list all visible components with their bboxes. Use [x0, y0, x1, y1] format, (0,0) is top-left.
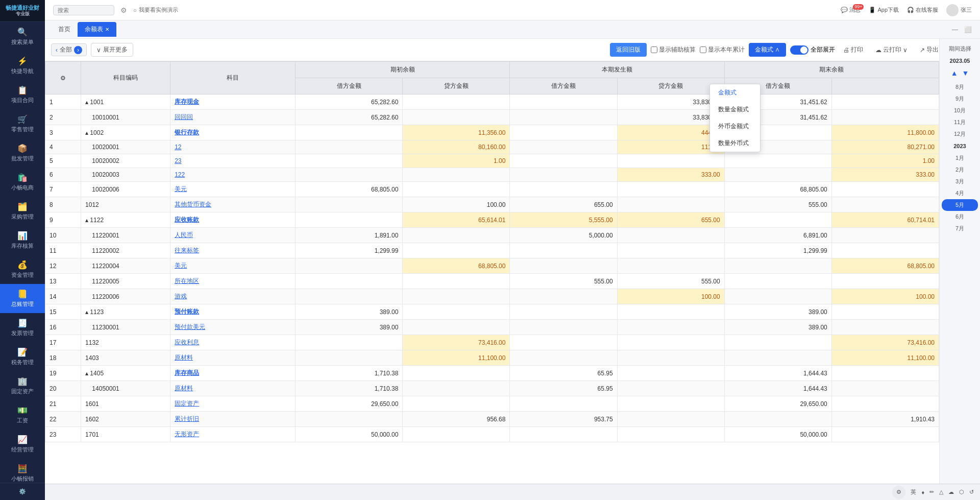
month-7月[interactable]: 7月 [942, 223, 978, 234]
month-9月[interactable]: 9月 [942, 93, 978, 105]
bottom-diamond-icon[interactable]: ♦ [921, 489, 924, 495]
cell-od-2 [296, 125, 403, 140]
sidebar-item-search[interactable]: 🔍搜索菜单 [0, 22, 45, 51]
nav-forward-icon[interactable]: › [74, 46, 82, 54]
cell-oc-5 [403, 168, 510, 182]
table-row: 3 ▴ 1002 银行存款 11,356.00 444.00 11,800.00 [45, 125, 939, 140]
month-12月[interactable]: 12月 [942, 128, 978, 140]
cell-cd-11 [510, 258, 617, 274]
tab-balance[interactable]: 余额表 ✕ [78, 22, 116, 37]
sidebar-item-salary[interactable]: 💵工资 [0, 400, 45, 430]
month-4月[interactable]: 4月 [942, 187, 978, 199]
minimize-icon[interactable]: — [950, 26, 960, 33]
month-11月[interactable]: 11月 [942, 116, 978, 128]
month-10月[interactable]: 10月 [942, 105, 978, 116]
month-5月[interactable]: 5月 [942, 199, 978, 211]
cell-clc-13: 100.00 [831, 289, 939, 304]
cell-no-4: 5 [45, 154, 81, 168]
online-service[interactable]: 🎧 在线客服 [907, 6, 938, 14]
month-8月[interactable]: 8月 [942, 81, 978, 93]
top-header: ⚙ ○ 我要看实例演示 💬 99+ 消息 📱 App下载 🎧 在线客服 [45, 0, 980, 20]
sidebar-item-wholesale[interactable]: 📦批发管理 [0, 138, 45, 168]
table-row: 11 11220002 往来标签 1,299.99 1,299.99 [45, 243, 939, 258]
bottom-edit-icon[interactable]: ✏ [929, 489, 934, 495]
sidebar-item-report[interactable]: 🧮小畅报销 [0, 459, 45, 483]
cell-cld-13 [724, 289, 831, 304]
bottom-hex-icon[interactable]: ⬡ [959, 489, 964, 495]
app-download[interactable]: 📱 App下载 [869, 6, 899, 14]
dropdown-item-qty_amount[interactable]: 数量金额式 [710, 101, 760, 118]
sidebar-item-quicknav[interactable]: ⚡快捷导航 [0, 51, 45, 80]
month-1月[interactable]: 1月 [942, 152, 978, 164]
tab-close-icon[interactable]: ✕ [105, 27, 109, 32]
user-avatar-area[interactable]: 张三 [946, 4, 972, 16]
sidebar-item-invoice[interactable]: 🧾发票管理 [0, 313, 45, 342]
cell-cc-19 [617, 381, 724, 396]
settings-gear-icon[interactable]: ⚙ [120, 6, 127, 14]
sidebar-item-retail[interactable]: 🛒零售管理 [0, 109, 45, 138]
dropdown-item-qty_foreign[interactable]: 数量外币式 [710, 135, 760, 152]
cell-cc-2: 444.00 [617, 125, 724, 140]
sidebar-item-inventory[interactable]: 📊库存核算 [0, 226, 45, 255]
sidebar-item-purchase[interactable]: 🗂️采购管理 [0, 197, 45, 226]
cell-cc-12: 555.00 [617, 274, 724, 289]
search-icon: 🔍 [17, 27, 28, 37]
demo-link[interactable]: ○ 我要看实例演示 [133, 6, 178, 14]
nav-down-icon[interactable]: ▼ [962, 69, 969, 77]
sidebar-item-ledger[interactable]: 📒总账管理 [0, 284, 45, 313]
bottom-settings-icon[interactable]: ⚙ [892, 486, 905, 499]
sidebar-item-management[interactable]: 📈经营管理 [0, 430, 45, 459]
sidebar-item-project[interactable]: 📋项目合同 [0, 80, 45, 109]
bottom-cloud-icon[interactable]: ☁ [948, 489, 954, 495]
cloud-print-button[interactable]: ☁ 云打印 ∨ [871, 43, 912, 56]
cell-cd-22 [510, 427, 617, 442]
auxiliary-checkbox[interactable] [651, 46, 657, 53]
sidebar-item-capital[interactable]: 💰资金管理 [0, 255, 45, 284]
toggle-track[interactable] [790, 45, 808, 55]
dropdown-item-foreign_amount[interactable]: 外币金额式 [710, 118, 760, 135]
cell-cd-2 [510, 125, 617, 140]
bottom-lang-icon[interactable]: 英 [911, 488, 916, 496]
sidebar-item-assets[interactable]: 🏢固定资产 [0, 371, 45, 400]
back-old-version-button[interactable]: 返回旧版 [610, 43, 647, 57]
table-row: 22 1602 累计折旧 956.68 953.75 1,910.43 [45, 412, 939, 427]
bottom-alert-icon[interactable]: △ [939, 489, 943, 495]
ytd-checkbox[interactable] [700, 46, 706, 53]
dropdown-item-amount[interactable]: 金额式 [710, 84, 760, 101]
tab-home[interactable]: 首页 [51, 22, 78, 37]
nav-back-icon[interactable]: ‹ [56, 46, 58, 54]
bottom-refresh-icon[interactable]: ↺ [969, 489, 974, 495]
cell-oc-6 [403, 182, 510, 197]
cell-oc-13 [403, 289, 510, 304]
cell-oc-8: 65,614.01 [403, 212, 510, 228]
cell-clc-19 [831, 381, 939, 396]
sidebar-item-ecommerce[interactable]: 🛍️小畅电商 [0, 168, 45, 197]
print-button[interactable]: 🖨 打印 [839, 43, 867, 56]
page-content: ‹ 全部 › ∨ 展开更多 返回旧版 显示辅助核算 显示本年累计 金 [45, 39, 980, 500]
message-badge: 99+ [853, 4, 864, 10]
maximize-icon[interactable]: ⬜ [962, 26, 974, 33]
cell-clc-9 [831, 228, 939, 243]
cell-code-9: 11220001 [81, 228, 170, 243]
cell-name-1: 回回回 [170, 110, 296, 125]
sidebar-footer-settings[interactable]: ⚙️ [0, 483, 45, 500]
month-3月[interactable]: 3月 [942, 176, 978, 187]
message-badge-container[interactable]: 💬 99+ 消息 [841, 6, 861, 14]
sidebar-item-tax[interactable]: 📝税务管理 [0, 342, 45, 371]
nav-up-icon[interactable]: ▲ [951, 69, 958, 77]
cloud-print-label: 云打印 [883, 45, 901, 54]
app-label: App下载 [877, 6, 899, 14]
search-input[interactable] [53, 5, 114, 15]
expand-more-button[interactable]: ∨ 展开更多 [91, 43, 133, 57]
month-6月[interactable]: 6月 [942, 211, 978, 223]
cell-code-6: 10020006 [81, 182, 170, 197]
cell-oc-1 [403, 110, 510, 125]
ytd-checkbox-label[interactable]: 显示本年累计 [700, 45, 745, 54]
auxiliary-checkbox-label[interactable]: 显示辅助核算 [651, 45, 696, 54]
cell-name-14: 预付账款 [170, 304, 296, 320]
mode-label: 金额式 ∧ [755, 45, 780, 54]
month-2月[interactable]: 2月 [942, 164, 978, 176]
mode-dropdown-button[interactable]: 金额式 ∧ [749, 43, 786, 57]
management-icon: 📈 [17, 435, 28, 444]
cell-oc-3: 80,160.00 [403, 140, 510, 154]
